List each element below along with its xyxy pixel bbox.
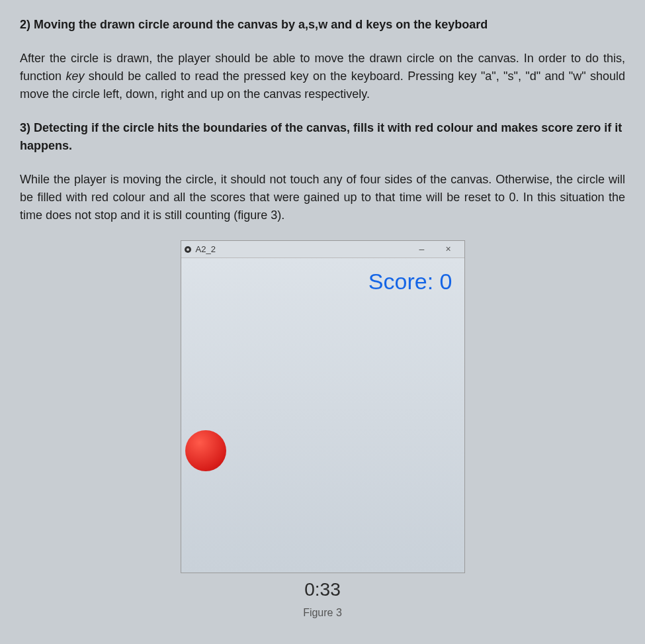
figure-caption: Figure 3 xyxy=(181,605,465,621)
window-titlebar: A2_2 – × xyxy=(181,241,464,258)
timer-display: 0:33 xyxy=(181,576,465,604)
section-2-body: After the circle is drawn, the player sh… xyxy=(20,50,625,103)
minimize-button[interactable]: – xyxy=(409,242,435,256)
svg-point-1 xyxy=(187,248,189,251)
figure: A2_2 – × Score: 0 0:33 Figure 3 xyxy=(181,240,465,621)
section-3-body: While the player is moving the circle, i… xyxy=(20,171,625,224)
section-2-body-italic: key xyxy=(65,69,84,83)
section-2-body-part2: should be called to read the pressed key… xyxy=(20,69,625,101)
score-display: Score: 0 xyxy=(368,265,452,299)
app-icon xyxy=(184,246,192,253)
section-2-heading: 2) Moving the drawn circle around the ca… xyxy=(20,16,625,34)
app-window: A2_2 – × Score: 0 xyxy=(181,240,465,573)
window-title: A2_2 xyxy=(196,243,216,256)
close-button[interactable]: × xyxy=(435,242,462,256)
game-canvas[interactable]: Score: 0 xyxy=(181,258,464,573)
section-3-heading: 3) Detecting if the circle hits the boun… xyxy=(20,119,625,155)
timer-bar: 0:33 xyxy=(181,573,465,604)
score-value: 0 xyxy=(440,269,452,294)
score-label: Score: xyxy=(368,269,440,294)
figure-container: A2_2 – × Score: 0 0:33 Figure 3 xyxy=(20,240,625,621)
player-circle xyxy=(185,430,226,471)
